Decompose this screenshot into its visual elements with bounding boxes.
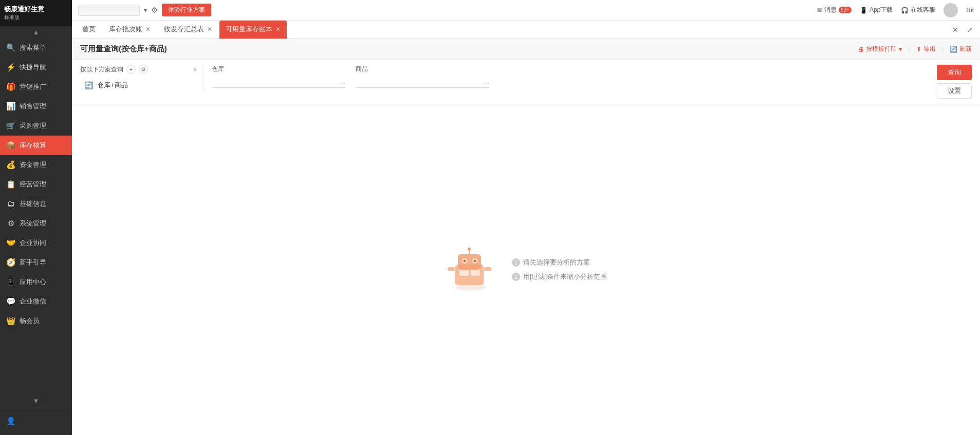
scheme-icon: 🔄	[84, 81, 93, 89]
warehouse-more-btn[interactable]: ...	[340, 78, 345, 85]
sales-icon: 📊	[6, 102, 15, 111]
scroll-down-btn[interactable]: ▼	[0, 395, 72, 407]
tip-number-2: 2	[512, 273, 520, 281]
filter-add-btn[interactable]: +	[126, 65, 136, 74]
sidebar-item-inventory[interactable]: 📦库存核算	[0, 136, 72, 155]
tab-label-collect-summary: 收发存汇总表	[164, 25, 204, 34]
empty-tip-2: 2 用[过滤]条件来缩小分析范围	[512, 272, 607, 281]
empty-tip-1: 1 请先选择要分析的方案	[512, 258, 607, 267]
warehouse-input[interactable]	[212, 75, 340, 87]
sidebar-item-cooperation[interactable]: 🤝企业协同	[0, 233, 72, 253]
finance-icon: 💰	[6, 160, 15, 169]
brand-edition: 标准版	[4, 14, 20, 21]
message-icon: ✉	[817, 7, 822, 14]
tip-number-1: 1	[512, 258, 520, 267]
sidebar-label-sales: 销售管理	[20, 102, 46, 111]
print-icon: 🖨	[858, 46, 864, 53]
sidebar-label-search: 搜索菜单	[20, 43, 46, 52]
topbar-gear-btn[interactable]: ⚙	[151, 6, 158, 15]
scroll-up-btn[interactable]: ▲	[0, 26, 72, 38]
main-content: ▾ ⚙ 体验行业方案 ✉ 消息 99+ 📱 App下载 🎧 在线客服 Rit 首…	[72, 0, 980, 435]
sidebar-item-member[interactable]: 👑畅会员	[0, 311, 72, 331]
filter-collapse-btn[interactable]: «	[193, 66, 197, 73]
goods-more-btn[interactable]: ...	[484, 78, 489, 85]
tab-batch-account[interactable]: 库存批次账✕	[103, 21, 157, 39]
filter-settings-btn[interactable]: ⚙	[139, 65, 148, 74]
sidebar-item-guide[interactable]: 🧭新手引导	[0, 253, 72, 272]
sidebar-item-wechat[interactable]: 💬企业微信	[0, 292, 72, 311]
sidebar-header: 畅康通好生意 标准版	[0, 0, 72, 26]
settings-btn[interactable]: 设置	[937, 83, 972, 99]
tab-collect-summary[interactable]: 收发存汇总表✕	[158, 21, 218, 39]
close-tab-btn[interactable]: ✕	[949, 24, 961, 36]
tabs-controls: ✕ ⤢	[949, 24, 976, 36]
svg-rect-4	[458, 254, 481, 270]
guide-icon: 🧭	[6, 258, 15, 267]
app-download-label: App下载	[870, 6, 893, 14]
sidebar-item-basic[interactable]: 🗂基础信息	[0, 194, 72, 214]
topbar-right: ✉ 消息 99+ 📱 App下载 🎧 在线客服 Rit	[817, 3, 974, 17]
svg-point-0	[455, 285, 486, 291]
page-content: 可用量查询(按仓库+商品) 🖨 按模板打印 ▾ | ⬆ 导出 | 🔄 刷新	[72, 39, 980, 435]
sidebar-label-guide: 新手引导	[20, 258, 46, 267]
operation-icon: 📋	[6, 180, 15, 189]
sidebar-label-system: 系统管理	[20, 219, 46, 228]
filter-panel: 按以下方案查询 + ⚙ « 🔄 仓库+商品 仓库 ...	[72, 60, 980, 104]
maximize-btn[interactable]: ⤢	[964, 24, 976, 36]
tab-available-account[interactable]: 可用量库存账本✕	[219, 21, 287, 39]
shortcut-icon: ⚡	[6, 63, 15, 72]
topbar-search-input[interactable]	[78, 5, 140, 16]
sidebar-label-member: 畅会员	[20, 316, 40, 326]
avatar[interactable]	[944, 3, 958, 17]
sidebar-item-purchase[interactable]: 🛒采购管理	[0, 116, 72, 136]
filter-scheme-item-warehouse-goods[interactable]: 🔄 仓库+商品	[80, 78, 197, 92]
user-icon: 👤	[6, 417, 15, 426]
warehouse-field: 仓库 ...	[212, 65, 345, 88]
export-label: 导出	[923, 45, 936, 53]
svg-point-8	[473, 260, 476, 262]
brand-name: 畅康通好生意	[4, 5, 44, 14]
svg-rect-11	[448, 267, 455, 271]
online-service-btn[interactable]: 🎧 在线客服	[901, 6, 935, 14]
divider2: |	[942, 45, 944, 53]
scheme-item-label: 仓库+商品	[97, 81, 128, 90]
purchase-icon: 🛒	[6, 121, 15, 130]
sidebar-item-system[interactable]: ⚙系统管理	[0, 214, 72, 233]
sidebar-item-finance[interactable]: 💰资金管理	[0, 155, 72, 175]
sidebar-item-user[interactable]: 👤	[0, 411, 72, 431]
sidebar-item-sales[interactable]: 📊销售管理	[0, 97, 72, 116]
tab-label-home: 首页	[82, 25, 96, 34]
sidebar-item-marketing[interactable]: 🎁营销推广	[0, 77, 72, 97]
tab-close-collect-summary[interactable]: ✕	[207, 26, 212, 33]
search-icon: 🔍	[6, 43, 15, 52]
export-btn[interactable]: ⬆ 导出	[916, 45, 936, 53]
sidebar-nav: 🔍搜索菜单⚡快捷导航🎁营销推广📊销售管理🛒采购管理📦库存核算💰资金管理📋经营管理…	[0, 38, 72, 395]
sidebar-label-operation: 经营管理	[20, 180, 46, 189]
topbar-dropdown-btn[interactable]: ▾	[144, 7, 147, 14]
sidebar-item-search[interactable]: 🔍搜索菜单	[0, 38, 72, 58]
print-btn[interactable]: 🖨 按模板打印 ▾	[858, 45, 902, 53]
cooperation-icon: 🤝	[6, 238, 15, 248]
marketing-icon: 🎁	[6, 82, 15, 91]
sidebar: 畅康通好生意 标准版 ▲ 🔍搜索菜单⚡快捷导航🎁营销推广📊销售管理🛒采购管理📦库…	[0, 0, 72, 435]
tab-close-available-account[interactable]: ✕	[275, 26, 281, 33]
sidebar-bottom: 👤	[0, 407, 72, 435]
page-header-actions: 🖨 按模板打印 ▾ | ⬆ 导出 | 🔄 刷新	[858, 45, 972, 53]
app-download-btn[interactable]: 📱 App下载	[860, 6, 893, 14]
goods-input[interactable]	[356, 75, 484, 87]
wechat-icon: 💬	[6, 297, 15, 306]
sidebar-item-operation[interactable]: 📋经营管理	[0, 175, 72, 194]
industry-solution-btn[interactable]: 体验行业方案	[162, 4, 211, 16]
query-btn[interactable]: 查询	[937, 65, 972, 80]
message-btn[interactable]: ✉ 消息 99+	[817, 6, 852, 14]
tip-text-2: 用[过滤]条件来缩小分析范围	[523, 272, 607, 281]
sidebar-item-app[interactable]: 📱应用中心	[0, 272, 72, 292]
member-icon: 👑	[6, 316, 15, 326]
svg-rect-2	[459, 269, 469, 276]
tab-close-batch-account[interactable]: ✕	[145, 26, 151, 33]
export-icon: ⬆	[916, 46, 921, 53]
sidebar-item-shortcut[interactable]: ⚡快捷导航	[0, 58, 72, 77]
refresh-btn[interactable]: 🔄 刷新	[950, 45, 972, 53]
tab-home[interactable]: 首页	[76, 21, 102, 39]
goods-field: 商品 ...	[356, 65, 489, 88]
